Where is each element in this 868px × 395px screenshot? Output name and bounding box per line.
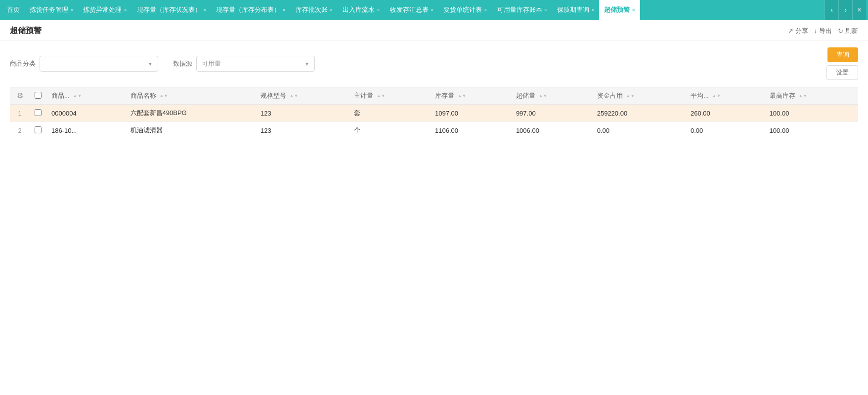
cell-stock: 1097.00 (430, 105, 511, 122)
datasource-filter-group: 数据源 可用量 ▼ (173, 56, 315, 72)
cell-capital: 259220.00 (592, 105, 686, 122)
column-avg[interactable]: 平均... ▲▼ (686, 87, 765, 105)
column-max-stock[interactable]: 最高库存 ▲▼ (765, 87, 858, 105)
sort-arrows-icon: ▲▼ (798, 94, 807, 98)
column-label: 规格型号 (260, 92, 286, 99)
export-label: 导出 (819, 27, 832, 36)
export-button[interactable]: ↓ 导出 (814, 27, 832, 36)
cell-product-name: 六配套新昌490BPG (126, 105, 256, 122)
nav-close-active-icon[interactable]: × (632, 7, 635, 13)
filter-buttons: 查询 设置 (826, 47, 858, 80)
nav-label: 现存量（库存状况表） (137, 5, 201, 14)
nav-item-stock-status[interactable]: 现存量（库存状况表） × (132, 0, 211, 20)
nav-close-icon[interactable]: × (282, 7, 285, 13)
sort-arrows-icon: ▲▼ (159, 94, 168, 98)
share-label: 分享 (795, 27, 808, 36)
nav-close-icon[interactable]: × (330, 7, 333, 13)
sort-arrows-icon: ▲▼ (712, 94, 721, 98)
cell-product-name: 机油滤清器 (126, 122, 256, 139)
nav-close-icon[interactable]: × (484, 7, 487, 13)
datasource-select-value: 可用量 (202, 59, 221, 68)
filter-area: 商品分类 ▼ 数据源 可用量 ▼ 查询 设置 (0, 40, 868, 87)
nav-item-batch-account[interactable]: 库存批次账 × (291, 0, 338, 20)
nav-item-flow[interactable]: 出入库流水 × (338, 0, 385, 20)
column-product-name[interactable]: 商品名称 ▲▼ (126, 87, 256, 105)
cell-product-code: 186-10... (46, 122, 126, 139)
cell-capital: 0.00 (592, 122, 686, 139)
nav-item-overstock[interactable]: 超储预警 × (599, 0, 640, 20)
nav-more-arrow[interactable]: × (852, 0, 866, 20)
row-number: 2 (10, 122, 30, 139)
cell-product-code: 0000004 (46, 105, 126, 122)
nav-close-icon[interactable]: × (124, 7, 127, 13)
cell-stock: 1106.00 (430, 122, 511, 139)
nav-close-icon[interactable]: × (377, 7, 380, 13)
cell-overstock: 997.00 (511, 105, 592, 122)
nav-close-icon[interactable]: × (70, 7, 73, 13)
column-overstock[interactable]: 超储量 ▲▼ (511, 87, 592, 105)
nav-label: 收发存汇总表 (390, 5, 429, 14)
nav-close-icon[interactable]: × (431, 7, 434, 13)
cell-avg: 260.00 (686, 105, 765, 122)
cell-spec: 123 (256, 105, 349, 122)
nav-label: 要货单统计表 (443, 5, 482, 14)
nav-item-home[interactable]: 首页 (2, 0, 25, 20)
nav-item-stock-dist[interactable]: 现存量（库存分布表） × (211, 0, 290, 20)
refresh-label: 刷新 (845, 27, 858, 36)
nav-item-picking-exception[interactable]: 拣货异常处理 × (78, 0, 131, 20)
row-checkbox[interactable] (35, 126, 42, 133)
category-filter-label: 商品分类 (10, 59, 36, 68)
sort-arrows-icon: ▲▼ (539, 94, 548, 98)
nav-next-arrow[interactable]: › (838, 0, 852, 20)
nav-item-collect[interactable]: 收发存汇总表 × (385, 0, 438, 20)
cell-overstock: 1006.00 (511, 122, 592, 139)
nav-item-shelf-life[interactable]: 保质期查询 × (552, 0, 599, 20)
top-nav: 首页 拣货任务管理 × 拣货异常处理 × 现存量（库存状况表） × 现存量（库存… (0, 0, 868, 20)
sort-arrows-icon: ▲▼ (73, 94, 82, 98)
column-product-code[interactable]: 商品... ▲▼ (46, 87, 126, 105)
column-settings-header: ⚙ (10, 87, 30, 105)
gear-icon[interactable]: ⚙ (17, 91, 23, 100)
nav-prev-arrow[interactable]: ‹ (825, 0, 838, 20)
row-checkbox[interactable] (35, 109, 42, 116)
share-icon: ↗ (788, 27, 793, 35)
data-table: ⚙ 商品... ▲▼ 商品名称 ▲▼ 规格型号 ▲▼ 主计 (10, 87, 858, 139)
sort-arrows-icon: ▲▼ (377, 94, 386, 98)
nav-label: 可用量库存账本 (497, 5, 542, 14)
column-capital[interactable]: 资金占用 ▲▼ (592, 87, 686, 105)
nav-close-icon[interactable]: × (544, 7, 547, 13)
chevron-down-icon: ▼ (148, 61, 153, 67)
column-stock[interactable]: 库存量 ▲▼ (430, 87, 511, 105)
nav-label: 保质期查询 (557, 5, 589, 14)
column-label: 主计量 (354, 92, 373, 99)
nav-close-icon[interactable]: × (203, 7, 206, 13)
select-all-checkbox[interactable] (35, 92, 42, 99)
column-label: 平均... (691, 92, 709, 99)
column-label: 最高库存 (770, 92, 795, 99)
nav-label: 拣货异常处理 (83, 5, 122, 14)
column-checkbox-header (30, 87, 46, 105)
row-checkbox-cell (30, 105, 46, 122)
category-select[interactable]: ▼ (40, 56, 158, 72)
table-row: 1 0000004 六配套新昌490BPG 123 套 1097.00 997.… (10, 105, 858, 122)
nav-item-picking-task[interactable]: 拣货任务管理 × (25, 0, 78, 20)
refresh-button[interactable]: ↻ 刷新 (838, 27, 858, 36)
page-title: 超储预警 (10, 26, 42, 36)
settings-button[interactable]: 设置 (826, 65, 858, 80)
column-label: 库存量 (435, 92, 454, 99)
nav-label: 现存量（库存分布表） (216, 5, 280, 14)
share-button[interactable]: ↗ 分享 (788, 27, 808, 36)
nav-item-requisition[interactable]: 要货单统计表 × (438, 0, 492, 20)
cell-avg: 0.00 (686, 122, 765, 139)
datasource-select[interactable]: 可用量 ▼ (196, 56, 315, 72)
table-container: ⚙ 商品... ▲▼ 商品名称 ▲▼ 规格型号 ▲▼ 主计 (0, 87, 868, 139)
column-label: 商品... (51, 92, 70, 99)
header-actions: ↗ 分享 ↓ 导出 ↻ 刷新 (788, 27, 859, 36)
nav-close-icon[interactable]: × (591, 7, 594, 13)
query-button[interactable]: 查询 (827, 47, 858, 62)
column-spec[interactable]: 规格型号 ▲▼ (256, 87, 349, 105)
nav-label: 超储预警 (604, 5, 630, 14)
nav-item-available[interactable]: 可用量库存账本 × (492, 0, 552, 20)
column-unit[interactable]: 主计量 ▲▼ (349, 87, 430, 105)
chevron-down-icon: ▼ (304, 61, 309, 67)
